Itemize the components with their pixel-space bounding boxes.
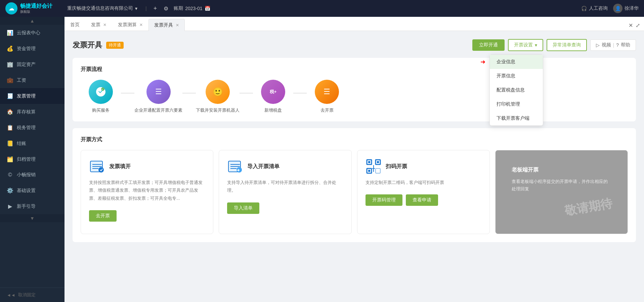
briefcase-icon: 💼 <box>7 77 13 83</box>
tab-close-button[interactable]: ✕ <box>139 23 143 27</box>
abnormal-list-button[interactable]: 异常清单查询 <box>547 39 587 51</box>
sidebar-item-label: 基础设置 <box>17 188 36 194</box>
method-desc-manual: 支持按照发票样式手工填开发票；可开具增值税电子普通发票、增值税普通发票、增值税专… <box>89 179 205 202</box>
sidebar-item-expense[interactable]: © 小畅报销 <box>0 167 65 183</box>
cancel-pin-button[interactable]: ◄◄ 取消固定 <box>0 288 65 302</box>
dropdown-item-download-client[interactable]: 下载开票客户端 <box>490 111 543 125</box>
sidebar-item-label: 新手引导 <box>17 203 36 210</box>
process-icon-2: ☰ <box>146 80 171 104</box>
sidebar-item-invoice-mgmt[interactable]: 🧾 发票管理 <box>0 88 65 104</box>
sidebar-item-cloud-report[interactable]: 📊 云报表中心 <box>0 25 65 41</box>
tab-close-button[interactable]: ✕ <box>176 23 179 28</box>
process-connector <box>182 93 196 93</box>
process-label-4: 新增税盘 <box>264 107 282 113</box>
app-container: ☁ 畅捷通好会计 旗舰版 重庆畅捷交通信息咨询有限公司 ▾ | + ⚙ 账期 2… <box>0 0 644 302</box>
tab-invoice-issue[interactable]: 发票开具 ✕ <box>148 19 185 31</box>
dropdown-item-label: 开票信息 <box>497 73 515 78</box>
scroll-up-button[interactable]: ▲ <box>0 17 65 25</box>
svg-rect-16 <box>377 161 379 163</box>
top-bar: ☁ 畅捷通好会计 旗舰版 重庆畅捷交通信息咨询有限公司 ▾ | + ⚙ 账期 2… <box>0 0 644 17</box>
chevron-down-icon: ▾ <box>535 42 537 48</box>
sidebar-item-fund-mgmt[interactable]: 💰 资金管理 <box>0 41 65 56</box>
view-apply-button[interactable]: 查看申请 <box>406 194 438 206</box>
video-label: 视频 <box>602 42 611 48</box>
page-title: 发票开具 <box>73 40 102 50</box>
video-help-button[interactable]: ▷ 视频 | ? 帮助 <box>590 39 636 51</box>
methods-section: 开票方式 <box>73 128 636 242</box>
tab-close-button[interactable]: ✕ <box>103 23 106 27</box>
header-actions: 立即开通 开票设置 ▾ ➜ 企业信息 <box>472 39 636 51</box>
dropdown-item-company[interactable]: ➜ 企业信息 <box>490 55 543 69</box>
method-card-scan: 扫码开票 支持定制开票二维码，客户端可扫码开票 开票码管理 查看申请 <box>357 150 490 234</box>
scroll-down-button[interactable]: ▼ <box>0 214 65 222</box>
tab-label: 发票开具 <box>154 22 173 28</box>
method-header: 扫码开票 <box>366 158 481 175</box>
svg-rect-17 <box>368 170 370 172</box>
maximize-button[interactable]: ⤢ <box>636 22 640 29</box>
method-icon-manual <box>89 158 105 175</box>
dropdown-item-tax-config[interactable]: 配置税盘信息 <box>490 83 543 97</box>
dropdown-item-label: 企业信息 <box>497 59 515 64</box>
sidebar-item-archive[interactable]: 🗂️ 归档管理 <box>0 151 65 167</box>
red-arrow-icon: ➜ <box>480 58 485 66</box>
process-connector <box>240 93 253 93</box>
tax-icon: 📋 <box>7 124 13 131</box>
chart-icon: 📊 <box>7 30 13 36</box>
play-circle-icon: ▷ <box>596 42 600 48</box>
cancel-pin-label: 取消固定 <box>18 292 36 298</box>
manual-invoice-button[interactable]: 去开票 <box>89 210 117 222</box>
tab-bar: 首页 发票 ✕ 发票测算 ✕ 发票开具 ✕ ✕ ⤢ <box>65 17 644 31</box>
method-title-scan: 扫码开票 <box>386 163 407 170</box>
calendar-icon[interactable]: 📅 <box>205 6 210 11</box>
add-company-button[interactable]: + <box>152 4 159 13</box>
top-right: 🎧 人工咨询 👤 徐泽华 <box>581 4 639 13</box>
tab-invoice[interactable]: 发票 ✕ <box>85 18 112 31</box>
sidebar-item-payroll[interactable]: 💼 工资 <box>0 72 65 88</box>
method-desc-import: 支持导入待开票清单，可对待开票清单进行拆分、合并处理。 <box>227 179 343 194</box>
sidebar-item-new-guide[interactable]: ▶ 新手引导 <box>0 198 65 214</box>
sidebar-item-label: 资金管理 <box>17 46 36 52</box>
tab-label: 发票测算 <box>118 22 137 28</box>
process-label-3: 下载并安装开票机器人 <box>196 107 240 113</box>
sidebar-item-basic-settings[interactable]: ⚙️ 基础设置 <box>0 183 65 198</box>
method-header: 发票填开 <box>89 158 205 175</box>
activate-button[interactable]: 立即开通 <box>472 39 505 51</box>
dropdown-item-printer[interactable]: 打印机管理 <box>490 97 543 111</box>
page-content: 发票开具 待开通 立即开通 开票设置 ▾ ➜ <box>65 31 644 302</box>
qr-manage-button[interactable]: 开票码管理 <box>366 194 402 206</box>
sidebar-item-inventory[interactable]: 🏠 库存核算 <box>0 104 65 120</box>
sidebar-item-label: 小畅报销 <box>17 172 36 178</box>
dropdown-item-invoice-info[interactable]: 开票信息 <box>490 69 543 83</box>
sidebar-item-label: 工资 <box>17 77 26 83</box>
expense-icon: © <box>7 172 13 178</box>
process-connector <box>121 93 134 93</box>
methods-grid: 发票填开 支持按照发票样式手工填开发票；可开具增值税电子普通发票、增值税普通发票… <box>81 150 628 234</box>
close-tab-button[interactable]: ✕ <box>629 22 633 29</box>
process-label-1: 购买服务 <box>92 107 110 113</box>
svg-point-6 <box>98 167 104 173</box>
dropdown-item-label: 打印机管理 <box>497 101 520 107</box>
sidebar-item-fixed-assets[interactable]: 🏢 固定资产 <box>0 56 65 72</box>
process-label-5: 去开票 <box>320 107 334 113</box>
sidebar-item-tax-mgmt[interactable]: 📋 税务管理 <box>0 120 65 136</box>
process-step-3: 🙂 下载并安装开票机器人 <box>196 80 240 113</box>
svg-rect-18 <box>376 168 380 173</box>
tab-label: 发票 <box>91 22 100 28</box>
process-icon-4: 税+ <box>261 80 285 104</box>
tab-invoice-calc[interactable]: 发票测算 ✕ <box>112 18 148 31</box>
gear-icon[interactable]: ⚙ <box>164 5 168 12</box>
question-circle-icon: ? <box>616 42 619 48</box>
user-info[interactable]: 👤 徐泽华 <box>613 4 639 13</box>
tab-home[interactable]: 首页 <box>65 18 85 31</box>
svg-rect-15 <box>368 161 370 163</box>
consultant-button[interactable]: 🎧 人工咨询 <box>581 5 608 11</box>
process-icon-5: ☰ <box>315 80 339 104</box>
divider: | <box>613 42 614 48</box>
sidebar-item-accounting[interactable]: 📒 结账 <box>0 136 65 151</box>
divider: | <box>145 6 147 11</box>
settings-button[interactable]: 开票设置 ▾ <box>508 39 543 51</box>
import-list-button[interactable]: 导入清单 <box>227 202 259 214</box>
scan-buttons: 开票码管理 查看申请 <box>366 192 481 206</box>
company-selector[interactable]: 重庆畅捷交通信息咨询有限公司 ▾ <box>65 4 140 13</box>
headset-icon: 🎧 <box>581 6 587 11</box>
